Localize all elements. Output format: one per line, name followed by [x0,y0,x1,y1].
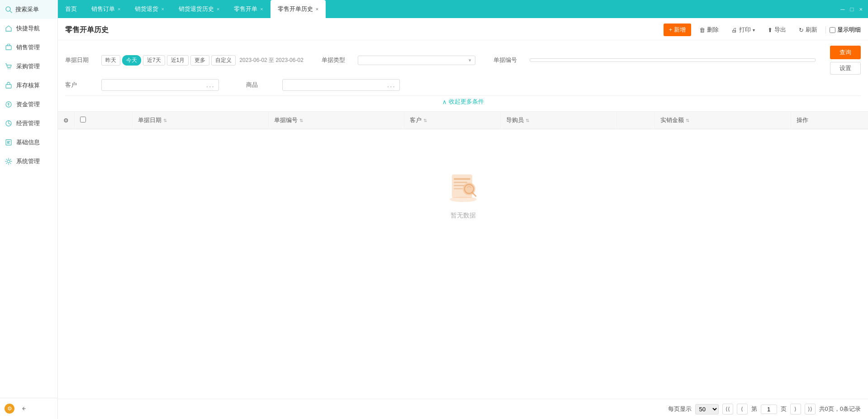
th-gear[interactable]: ⚙ [58,112,75,129]
sort-icon: ⇅ [163,118,167,123]
date-btn-custom[interactable]: 自定义 [211,55,236,66]
tab-sales-return[interactable]: 销货退货 × [128,0,171,18]
export-button[interactable]: ⬆ 导出 [763,24,791,36]
filter-row-1: 单据日期 昨天 今天 近7天 近1月 更多 自定义 2023-06-02 至 2… [65,46,861,75]
product-input[interactable]: ... [282,79,400,91]
th-amount[interactable]: 实销金额 ⇅ [655,112,791,129]
data-table: ⚙ 单据日期 ⇅ 单据编号 [58,112,868,256]
tab-retail-open-history[interactable]: 零售开单历史 × [270,0,326,18]
customer-input[interactable]: ... [101,79,219,91]
tab-close-icon[interactable]: × [161,6,164,12]
add-button-label: + 新增 [669,26,686,34]
doc-type-select[interactable]: ▾ [358,56,475,65]
page-title: 零售开单历史 [65,25,109,35]
table-container: ⚙ 单据日期 ⇅ 单据编号 [58,112,868,399]
th-no[interactable]: 单据编号 ⇅ [268,112,404,129]
sidebar-item-label: 销售管理 [16,43,40,52]
sidebar-collapse-button[interactable] [20,405,28,413]
sort-icon: ⇅ [299,118,303,123]
th-select-all[interactable] [75,112,133,129]
sidebar-item-sys-mgmt[interactable]: 系统管理 [0,152,57,171]
date-btn-today[interactable]: 今天 [122,55,141,66]
filter-section: 单据日期 昨天 今天 近7天 近1月 更多 自定义 2023-06-02 至 2… [58,40,868,112]
date-btn-more[interactable]: 更多 [190,55,209,66]
print-button[interactable]: 🖨 打印 ▾ [727,24,759,36]
sidebar-item-finance[interactable]: 资金管理 [0,95,57,114]
gear-icon[interactable]: ⚙ [63,117,69,124]
doc-no-input[interactable] [530,58,816,62]
select-all-checkbox[interactable] [80,117,86,122]
settings-icon[interactable]: ⚙ [5,404,14,414]
svg-rect-5 [6,85,11,88]
page-summary: 共0页，0条记录 [819,405,861,413]
tab-home[interactable]: 首页 [58,0,84,18]
th-salesperson-label: 导购员 [506,116,524,124]
tab-close-icon[interactable]: × [217,6,219,12]
page-last-btn[interactable]: ⟩⟩ [805,404,816,414]
content-area: 零售开单历史 + 新增 🗑 删除 🖨 打印 ▾ ⬆ 导出 [58,18,868,419]
sidebar-item-sales-mgmt[interactable]: 销售管理 [0,38,57,57]
tab-retail-open[interactable]: 零售开单 × [227,0,270,18]
window-maximize-btn[interactable]: □ [850,6,854,13]
th-salesperson[interactable]: 导购员 ⇅ [501,112,617,129]
query-button[interactable]: 查询 [830,46,861,59]
tab-sales-order[interactable]: 销售订单 × [84,0,128,18]
per-page-select[interactable]: 10 20 50 100 [695,404,719,414]
refresh-button[interactable]: ↻ 刷新 [794,24,822,36]
chevron-up-icon: ∧ [442,99,447,105]
search-menu-label: 搜索采单 [15,5,39,14]
sys-icon [5,157,13,165]
topbar: 首页 销售订单 × 销货退货 × 销货退货历史 × 零售开单 × 零售开单历史 … [58,0,868,18]
page-next-btn[interactable]: ⟩ [790,404,801,414]
doc-type-label: 单据类型 [322,56,349,64]
page-header: 零售开单历史 + 新增 🗑 删除 🖨 打印 ▾ ⬆ 导出 [58,18,868,40]
display-detail-checkbox[interactable] [830,27,835,33]
purchase-icon [5,62,13,71]
svg-rect-12 [454,182,467,183]
page-first-btn[interactable]: ⟨⟨ [722,404,733,414]
toolbar-divider [825,26,826,33]
page-number-input[interactable] [761,405,777,414]
empty-illustration [443,165,484,206]
collapse-more-btn[interactable]: ∧ 收起更多条件 [65,95,861,108]
customer-dots: ... [206,81,215,89]
th-date[interactable]: 单据日期 ⇅ [133,112,269,129]
empty-state: 暂无数据 [58,129,868,256]
print-dropdown-icon: ▾ [753,28,755,33]
sidebar-bottom: ⚙ [0,398,57,419]
tab-close-icon[interactable]: × [118,6,120,12]
date-btn-7days[interactable]: 近7天 [143,55,165,66]
display-detail-toggle[interactable]: 显示明细 [830,26,861,34]
svg-rect-14 [454,188,463,189]
finance-icon [5,100,13,108]
sidebar-item-label: 系统管理 [16,157,40,165]
search-menu-item[interactable]: 搜索采单 [0,0,57,19]
sidebar-item-basic-info[interactable]: 基础信息 [0,133,57,152]
sidebar-item-label: 基础信息 [16,138,40,146]
inventory-icon [5,81,13,89]
sidebar-item-purchase-mgmt[interactable]: 采购管理 [0,57,57,76]
tab-close-icon[interactable]: × [316,6,318,12]
th-customer[interactable]: 客户 ⇅ [404,112,501,129]
delete-button[interactable]: 🗑 删除 [695,24,723,36]
date-filter-label: 单据日期 [65,56,92,64]
date-btn-1month[interactable]: 近1月 [167,55,189,66]
sidebar-item-inventory[interactable]: 库存核算 [0,76,57,95]
tab-label: 销售订单 [91,5,115,13]
sidebar-item-quick-nav[interactable]: 快捷导航 [0,19,57,38]
window-close-btn[interactable]: × [859,6,863,13]
display-detail-label: 显示明细 [837,26,861,34]
settings-button[interactable]: 设置 [830,62,861,75]
delete-icon: 🗑 [699,27,705,33]
tab-close-icon[interactable]: × [260,6,263,12]
export-button-label: 导出 [774,26,786,34]
sidebar-item-ops-mgmt[interactable]: 经营管理 [0,114,57,133]
sidebar-item-label: 资金管理 [16,100,40,108]
tab-sales-return-history[interactable]: 销货退货历史 × [171,0,227,18]
tab-label: 销货退货历史 [179,5,214,13]
window-minimize-btn[interactable]: ─ [840,6,844,13]
product-filter-label: 商品 [246,81,273,89]
date-btn-yesterday[interactable]: 昨天 [101,55,120,66]
add-button[interactable]: + 新增 [664,24,691,36]
page-prev-btn[interactable]: ⟨ [737,404,748,414]
